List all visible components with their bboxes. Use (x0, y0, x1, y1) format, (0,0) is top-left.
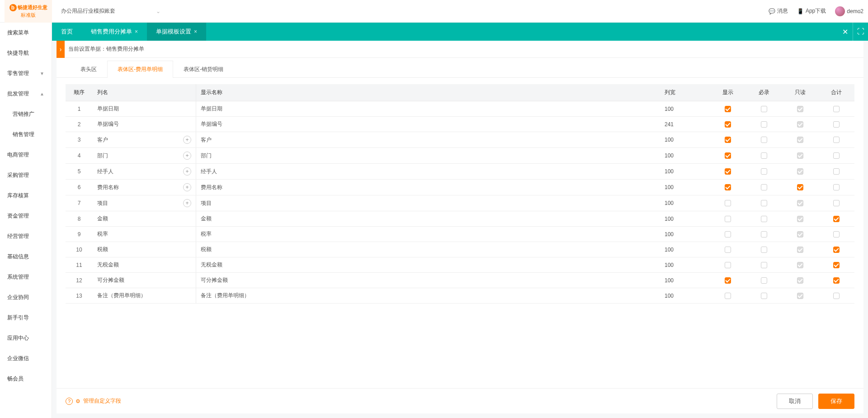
checkbox-show[interactable] (725, 216, 731, 222)
checkbox-sum[interactable] (833, 231, 840, 238)
sidebar-item-10[interactable]: 经营管理 (0, 226, 52, 247)
checkbox-sum[interactable] (833, 152, 840, 159)
close-all-tabs-button[interactable]: ✕ (837, 23, 853, 41)
add-sub-button[interactable]: + (183, 136, 191, 144)
checkbox-sum[interactable] (833, 216, 840, 222)
checkbox-required[interactable] (761, 106, 767, 112)
cell-width[interactable]: 100 (660, 148, 710, 164)
checkbox-show[interactable] (725, 262, 731, 268)
user-menu[interactable]: demo2 (835, 6, 863, 16)
close-icon[interactable]: × (135, 28, 138, 35)
sidebar-item-7[interactable]: 采购管理 (0, 165, 52, 185)
manage-custom-fields-link[interactable]: ? ⚙ 管理自定义字段 (66, 397, 121, 405)
checkbox-required[interactable] (761, 277, 767, 284)
sidebar-item-16[interactable]: 企业微信 (0, 348, 52, 369)
cell-display[interactable]: 部门 (196, 148, 660, 164)
checkbox-required[interactable] (761, 200, 767, 206)
close-icon[interactable]: × (194, 28, 197, 35)
cell-width[interactable]: 100 (660, 257, 710, 273)
sidebar-item-15[interactable]: 应用中心 (0, 328, 52, 348)
add-sub-button[interactable]: + (183, 167, 191, 176)
checkbox-required[interactable] (761, 293, 767, 299)
checkbox-sum[interactable] (833, 121, 840, 128)
checkbox-show[interactable] (725, 168, 731, 175)
checkbox-required[interactable] (761, 231, 767, 238)
cell-width[interactable]: 100 (660, 288, 710, 304)
checkbox-show[interactable] (725, 152, 731, 159)
tab-2[interactable]: 单据模板设置× (147, 23, 206, 41)
sidebar-item-11[interactable]: 基础信息 (0, 247, 52, 267)
cell-width[interactable]: 241 (660, 117, 710, 132)
cell-display[interactable]: 项目 (196, 195, 660, 211)
checkbox-show[interactable] (725, 231, 731, 238)
cell-width[interactable]: 100 (660, 227, 710, 242)
fullscreen-button[interactable]: ⛶ (853, 23, 868, 41)
cell-display[interactable]: 经手人 (196, 164, 660, 180)
sidebar-item-14[interactable]: 新手引导 (0, 308, 52, 328)
add-sub-button[interactable]: + (183, 199, 191, 207)
checkbox-sum[interactable] (833, 247, 840, 253)
sidebar-item-6[interactable]: 电商管理 (0, 145, 52, 165)
cell-display[interactable]: 税额 (196, 242, 660, 257)
checkbox-show[interactable] (725, 106, 731, 112)
app-download-button[interactable]: 📱App下载 (797, 7, 826, 15)
subtab-2[interactable]: 表体区-销货明细 (173, 61, 234, 78)
checkbox-required[interactable] (761, 184, 767, 190)
checkbox-sum[interactable] (833, 293, 840, 299)
checkbox-show[interactable] (725, 277, 731, 284)
cell-width[interactable]: 100 (660, 180, 710, 195)
checkbox-show[interactable] (725, 247, 731, 253)
cell-width[interactable]: 100 (660, 211, 710, 227)
sidebar-item-5[interactable]: 销售管理 (0, 124, 52, 145)
checkbox-required[interactable] (761, 247, 767, 253)
checkbox-sum[interactable] (833, 200, 840, 206)
checkbox-required[interactable] (761, 152, 767, 159)
logo[interactable]: b畅捷通好生意 标准版 (5, 0, 52, 23)
checkbox-sum[interactable] (833, 262, 840, 268)
checkbox-show[interactable] (725, 137, 731, 143)
cell-display[interactable]: 可分摊金额 (196, 273, 660, 288)
checkbox-sum[interactable] (833, 277, 840, 284)
checkbox-sum[interactable] (833, 184, 840, 190)
sidebar-item-0[interactable]: 搜索菜单 (0, 23, 52, 43)
checkbox-required[interactable] (761, 216, 767, 222)
checkbox-show[interactable] (725, 184, 731, 190)
account-selector[interactable]: 办公用品行业模拟账套 ⌄ (61, 7, 160, 15)
cell-width[interactable]: 100 (660, 273, 710, 288)
cell-width[interactable]: 100 (660, 164, 710, 180)
checkbox-required[interactable] (761, 168, 767, 175)
checkbox-sum[interactable] (833, 106, 840, 112)
checkbox-show[interactable] (725, 293, 731, 299)
checkbox-readonly[interactable] (797, 184, 803, 190)
checkbox-required[interactable] (761, 262, 767, 268)
add-sub-button[interactable]: + (183, 183, 191, 191)
sidebar-item-3[interactable]: 批发管理▲ (0, 84, 52, 104)
sidebar-item-13[interactable]: 企业协同 (0, 287, 52, 308)
checkbox-show[interactable] (725, 200, 731, 206)
cell-display[interactable]: 客户 (196, 132, 660, 148)
sidebar-item-2[interactable]: 零售管理▼ (0, 63, 52, 84)
cell-width[interactable]: 100 (660, 195, 710, 211)
subtab-0[interactable]: 表头区 (70, 61, 107, 78)
cell-display[interactable]: 无税金额 (196, 257, 660, 273)
tab-0[interactable]: 首页 (52, 23, 82, 41)
add-sub-button[interactable]: + (183, 152, 191, 160)
cell-display[interactable]: 单据编号 (196, 117, 660, 132)
checkbox-required[interactable] (761, 137, 767, 143)
cell-display[interactable]: 税率 (196, 227, 660, 242)
messages-button[interactable]: 💬消息 (769, 7, 788, 15)
checkbox-show[interactable] (725, 121, 731, 128)
cell-display[interactable]: 费用名称 (196, 180, 660, 195)
cell-display[interactable]: 单据日期 (196, 101, 660, 117)
expand-handle[interactable]: › (57, 41, 65, 58)
cell-width[interactable]: 100 (660, 242, 710, 257)
sidebar-item-1[interactable]: 快捷导航 (0, 43, 52, 63)
checkbox-required[interactable] (761, 121, 767, 128)
sidebar-item-12[interactable]: 系统管理 (0, 267, 52, 287)
save-button[interactable]: 保存 (818, 394, 854, 409)
cell-width[interactable]: 100 (660, 132, 710, 148)
cell-display[interactable]: 金额 (196, 211, 660, 227)
cell-display[interactable]: 备注（费用单明细） (196, 288, 660, 304)
checkbox-sum[interactable] (833, 168, 840, 175)
cell-width[interactable]: 100 (660, 101, 710, 117)
